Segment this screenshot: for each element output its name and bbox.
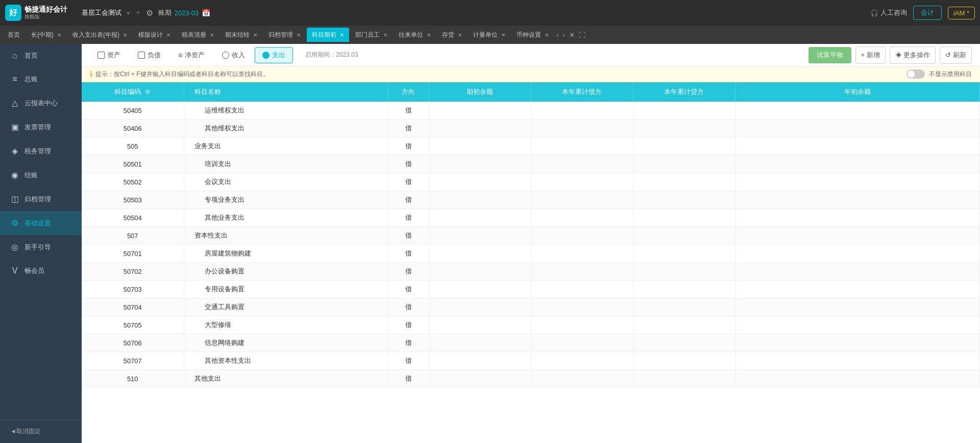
tab-home-label: 首页 (8, 31, 20, 39)
sidebar-item-archive-label: 归档管理 (24, 195, 51, 204)
balance-button[interactable]: 试算平衡 (808, 47, 851, 63)
tab-dept-employee-close[interactable]: ✕ (383, 32, 387, 38)
add-company-icon[interactable]: + (135, 8, 141, 18)
tab-income-annual[interactable]: 收入支出表(年报) ✕ (67, 28, 132, 42)
tab-dept-employee[interactable]: 部门员工 ✕ (350, 28, 393, 42)
table-row[interactable]: 50502会议支出借 (82, 173, 980, 191)
table-row[interactable]: 50501培训支出借 (82, 155, 980, 173)
tab-expenditure[interactable]: 支出 (255, 47, 293, 63)
table-row[interactable]: 510其他支出借 (82, 370, 980, 388)
tab-period-end-close[interactable]: ✕ (253, 32, 257, 38)
cell-period-balance (429, 352, 531, 370)
table-row[interactable]: 50702办公设备购置借 (82, 263, 980, 281)
tab-counterpart[interactable]: 往来单位 ✕ (394, 28, 436, 42)
disable-toggle[interactable] (906, 69, 925, 79)
tab-net-asset-label: 净资产 (185, 51, 205, 60)
cell-period-balance (429, 298, 531, 316)
tab-asset[interactable]: 资产 (90, 47, 128, 63)
table-row[interactable]: 50703专用设备购置借 (82, 281, 980, 298)
tab-template-close[interactable]: ✕ (166, 32, 170, 38)
sidebar-item-settlement[interactable]: ◉ 结账 (0, 163, 82, 187)
iam-button[interactable]: iAM * (948, 7, 975, 19)
tab-subject-init-close[interactable]: ✕ (340, 32, 344, 38)
tab-subject-init[interactable]: 科目期初 ✕ (307, 28, 349, 42)
more-button[interactable]: ◈ 更多操作 (890, 46, 936, 64)
cell-period-balance (429, 102, 531, 120)
tab-inventory[interactable]: 存货 ✕ (437, 28, 467, 42)
table-row[interactable]: 505业务支出借 (82, 137, 980, 155)
col-direction: 方向 (388, 82, 429, 102)
settings-icon[interactable]: ⚙ (146, 8, 153, 18)
tab-income-annual-close[interactable]: ✕ (123, 32, 127, 38)
sidebar-item-guide[interactable]: ◎ 新手引导 (0, 235, 82, 259)
table-row[interactable]: 50706信息网络购建借 (82, 334, 980, 352)
tab-currency-close[interactable]: ✕ (545, 32, 549, 38)
tab-tax[interactable]: 税表清册 ✕ (177, 28, 219, 42)
logo-icon: 好 (5, 5, 21, 21)
company-name[interactable]: 基层工会测试 (82, 8, 121, 17)
fullscreen-button[interactable]: ⛶ (577, 31, 587, 39)
tab-currency[interactable]: 币种设置 ✕ (511, 28, 554, 42)
table-row[interactable]: 50704交通工具购置借 (82, 298, 980, 316)
sidebar-item-tax[interactable]: ◈ 税务管理 (0, 139, 82, 163)
cell-code: 505 (82, 137, 184, 155)
cell-period-balance (429, 173, 531, 191)
sidebar-pin[interactable]: ◄取消固定 (0, 419, 82, 443)
tab-inventory-close[interactable]: ✕ (458, 32, 462, 38)
cell-direction: 借 (388, 137, 429, 155)
add-button[interactable]: + 新增 (855, 46, 886, 64)
tab-balance-mid-close[interactable]: ✕ (57, 32, 61, 38)
cell-year-balance (735, 227, 980, 245)
service-button[interactable]: 🎧 人工咨询 (870, 8, 907, 17)
tab-template[interactable]: 模版设计 ✕ (133, 28, 176, 42)
tab-nav-next[interactable]: › (560, 31, 567, 39)
table-row[interactable]: 50705大型修缮借 (82, 316, 980, 334)
sidebar-item-ledger[interactable]: ≡ 总账 (0, 67, 82, 91)
tab-archive-close[interactable]: ✕ (297, 32, 301, 38)
table-row[interactable]: 50707其他资本性支出借 (82, 352, 980, 370)
tab-measure-unit[interactable]: 计量单位 ✕ (468, 28, 510, 42)
content-area: 资产 负债 ≡ 净资产 收入 支出 启用期间：2023.03 试算平衡 + 新增 (82, 44, 980, 443)
table-row[interactable]: 50406其他维权支出借 (82, 120, 980, 137)
tab-net-asset[interactable]: ≡ 净资产 (170, 47, 212, 63)
cell-year-balance (735, 352, 980, 370)
tab-close-all[interactable]: ✕ (567, 31, 577, 39)
calendar-icon[interactable]: 📅 (202, 9, 210, 17)
cell-code: 50405 (82, 102, 184, 120)
income-icon (222, 52, 229, 59)
sidebar-item-invoice[interactable]: ▣ 发票管理 (0, 115, 82, 139)
table-row[interactable]: 50504其他业务支出借 (82, 209, 980, 227)
tab-measure-unit-close[interactable]: ✕ (501, 32, 505, 38)
table-row[interactable]: 507资本性支出借 (82, 227, 980, 245)
tab-home[interactable]: 首页 (3, 28, 25, 42)
cell-name: 专用设备购置 (184, 281, 388, 298)
table-wrapper[interactable]: 科目编码 ⚙ 科目名称 方向 期初余额 本年累计借方 本年累计贷方 年初余额 5… (82, 82, 980, 443)
net-asset-icon: ≡ (178, 51, 182, 59)
tab-period-end-label: 期末结转 (225, 31, 250, 39)
dropdown-arrow[interactable]: ▾ (127, 9, 130, 17)
tab-counterpart-close[interactable]: ✕ (427, 32, 431, 38)
sidebar-item-report[interactable]: △ 云报表中心 (0, 91, 82, 115)
tab-archive[interactable]: 归档管理 ✕ (263, 28, 306, 42)
cell-year-credit (633, 209, 735, 227)
table-row[interactable]: 50405运维维权支出借 (82, 102, 980, 120)
tab-tax-close[interactable]: ✕ (210, 32, 214, 38)
sidebar-item-archive[interactable]: ◫ 归档管理 (0, 187, 82, 211)
tab-liability[interactable]: 负债 (130, 47, 168, 63)
cell-year-balance (735, 209, 980, 227)
table-row[interactable]: 50701房屋建筑物购建借 (82, 245, 980, 263)
tab-income[interactable]: 收入 (214, 47, 253, 63)
tab-period-end[interactable]: 期末结转 ✕ (220, 28, 262, 42)
refresh-button[interactable]: ↺ 刷新 (940, 46, 972, 64)
account-button[interactable]: 会计 (913, 6, 942, 20)
sidebar-item-member[interactable]: V 畅会员 (0, 259, 82, 283)
tab-nav-prev[interactable]: ‹ (554, 31, 560, 39)
cell-direction: 借 (388, 370, 429, 388)
code-gear-icon[interactable]: ⚙ (145, 88, 151, 96)
sidebar-item-settings[interactable]: ⚙ 基础设置 (0, 211, 82, 235)
tab-balance-mid-label: 长(中期) (31, 31, 54, 39)
sidebar-item-home[interactable]: ⌂ 首页 (0, 44, 82, 67)
liability-icon (138, 52, 145, 59)
table-row[interactable]: 50503专项业务支出借 (82, 191, 980, 209)
tab-balance-mid[interactable]: 长(中期) ✕ (26, 28, 66, 42)
